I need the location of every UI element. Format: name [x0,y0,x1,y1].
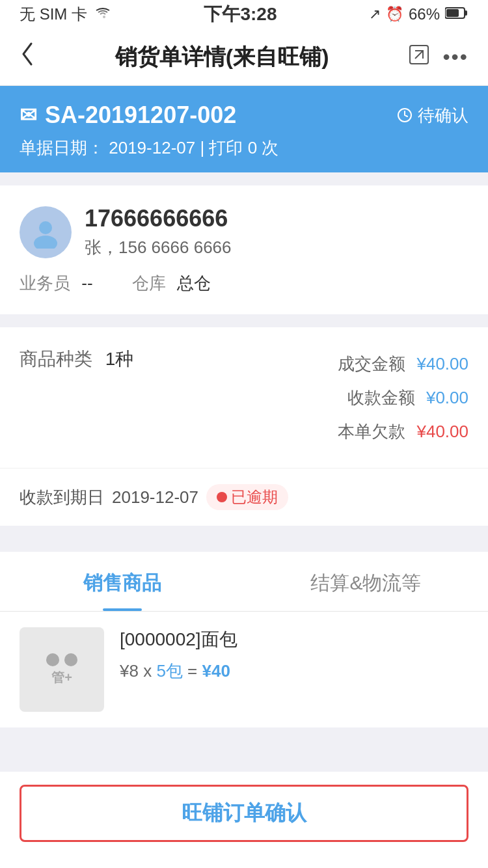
product-info: [0000002]面包 ¥8 x 5包 = ¥40 [120,627,468,683]
order-date: 单据日期： 2019-12-07 | 打印 0 次 [20,137,468,159]
due-date-card: 收款到期日 2019-12-07 已逾期 [0,468,488,526]
status-right: ↗ ⏰ 66% [369,5,468,23]
confirm-order-button[interactable]: 旺铺订单确认 [20,785,468,842]
status-bar: 无 SIM 卡 下午3:28 ↗ ⏰ 66% [0,0,488,29]
overdue-badge: 已逾期 [206,484,288,510]
battery-percent: 66% [409,5,440,23]
bottom-bar: 旺铺订单确认 [0,772,488,868]
page-title: 销货单详情(来自旺铺) [115,42,329,72]
divider-2 [0,526,488,539]
warehouse: 仓库 总仓 [132,272,211,295]
product-price-line: ¥8 x 5包 = ¥40 [120,660,468,683]
battery-icon [445,5,468,23]
customer-contact: 张，156 6666 6666 [85,236,232,259]
deal-amount: 成交金额 ¥40.00 [338,347,468,381]
product-list: 管+ [0000002]面包 ¥8 x 5包 = ¥40 [0,612,488,727]
svg-rect-2 [446,9,459,17]
product-image: 管+ [20,627,104,712]
due-date-value: 2019-12-07 [112,487,198,508]
customer-card: 17666666666 张，156 6666 6666 业务员 -- 仓库 总仓 [0,185,488,314]
svg-rect-1 [465,10,467,16]
more-icon[interactable]: ••• [442,45,468,69]
wifi-icon [94,5,112,23]
nav-right-actions: ••• [409,44,468,70]
list-item: 管+ [0000002]面包 ¥8 x 5包 = ¥40 [20,627,468,712]
sales-rep: 业务员 -- [20,272,93,295]
due-date-label: 收款到期日 [20,486,104,509]
order-icon: ✉ [20,103,37,128]
tab-settlement[interactable]: 结算&物流等 [244,552,488,611]
divider-1 [0,314,488,327]
product-type: 商品种类 1种 [20,347,133,372]
product-name: [0000002]面包 [120,627,468,652]
amount-summary: 成交金额 ¥40.00 收款金额 ¥0.00 本单欠款 ¥40.00 [338,347,468,448]
tabs: 销售商品 结算&物流等 [0,552,488,612]
order-id: ✉ SA-20191207-002 [20,102,236,129]
status-left: 无 SIM 卡 [20,4,112,25]
status-time: 下午3:28 [204,2,277,27]
clock-icon [397,107,413,123]
avatar [20,206,72,258]
order-header: ✉ SA-20191207-002 待确认 单据日期： 2019-12-07 |… [0,86,488,172]
export-icon[interactable] [409,44,429,70]
svg-point-5 [39,221,52,234]
customer-name: 17666666666 [85,205,232,232]
back-button[interactable] [20,41,35,73]
sim-label: 无 SIM 卡 [20,4,87,25]
tab-products[interactable]: 销售商品 [0,552,244,611]
owed-amount: 本单欠款 ¥40.00 [338,414,468,448]
overdue-dot-icon [217,492,227,502]
order-status: 待确认 [397,104,468,127]
customer-meta: 业务员 -- 仓库 总仓 [20,272,468,295]
alarm-icon: ⏰ [386,6,403,23]
summary-card: 商品种类 1种 成交金额 ¥40.00 收款金额 ¥0.00 本单欠款 ¥40.… [0,327,488,468]
owl-brand-text: 管+ [51,669,72,686]
owl-left-eye [46,653,59,666]
location-icon: ↗ [369,6,381,23]
nav-bar: 销货单详情(来自旺铺) ••• [0,29,488,86]
owl-right-eye [64,653,77,666]
svg-point-6 [34,236,57,249]
received-amount: 收款金额 ¥0.00 [338,381,468,414]
